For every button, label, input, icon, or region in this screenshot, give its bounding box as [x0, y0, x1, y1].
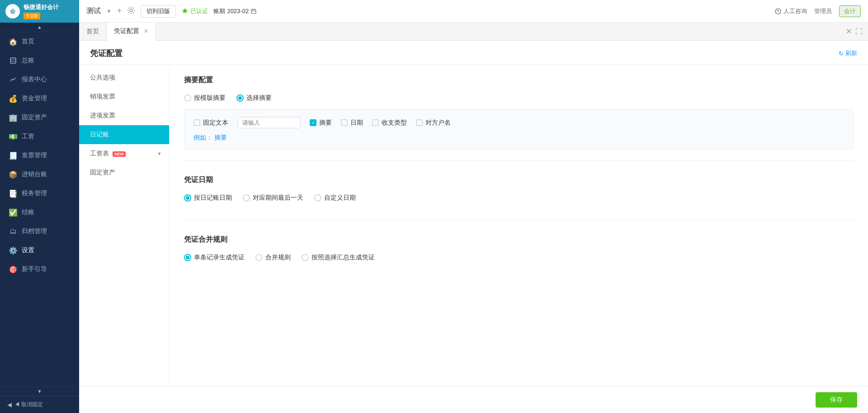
sidebar-item-archive[interactable]: 🗂 归档管理	[0, 222, 79, 241]
topbar: 测试 ▼ + 切到旧版 已认证 账期 2023-02 人工咨询 管理员	[79, 0, 868, 23]
sidebar-collapse-btn[interactable]: ◀ ◀ 取消固定	[0, 396, 79, 413]
nav-item-output-invoice[interactable]: 销项发票	[79, 87, 169, 106]
sidebar-item-ledger[interactable]: 总账	[0, 51, 79, 70]
tab-home[interactable]: 首页	[79, 23, 107, 41]
checkbox-box-fixed	[193, 119, 200, 126]
merge-radio-group: 单条记录生成凭证 合并规则 按照选择汇总生成凭证	[184, 253, 854, 262]
radio-merge-rule[interactable]: 合并规则	[255, 253, 291, 262]
svg-rect-4	[251, 9, 256, 14]
nav-item-payroll[interactable]: 工资表 NEW ▼	[79, 144, 169, 163]
sidebar-item-settings[interactable]: ⚙️ 设置	[0, 241, 79, 260]
nav-item-input-invoice[interactable]: 进项发票	[79, 106, 169, 125]
checkbox-summary[interactable]: 摘要	[310, 119, 332, 127]
role-btn[interactable]: 会计	[839, 5, 861, 17]
sidebar-item-guide[interactable]: 🎯 新手引导	[0, 260, 79, 279]
svg-point-9	[778, 12, 778, 13]
logo-icon: 会	[5, 4, 20, 19]
expand-arrow-icon[interactable]: ▼	[157, 151, 162, 156]
topbar-settings-icon[interactable]	[127, 6, 135, 16]
summary-config-box: 固定文本 摘要 日期	[184, 109, 854, 150]
example-text: 例如： 摘要	[193, 134, 844, 142]
invoice-icon: 🧾	[9, 151, 17, 160]
sidebar-item-salary[interactable]: 💵 工资	[0, 127, 79, 146]
radio-circle-merge	[255, 254, 263, 261]
checkbox-box-date	[341, 119, 348, 126]
fixed-text-input[interactable]	[237, 117, 301, 128]
refresh-btn[interactable]: ↻ 刷新	[839, 49, 857, 57]
sidebar-item-home[interactable]: 🏠 首页	[0, 32, 79, 51]
sidebar-item-reports[interactable]: 报表中心	[0, 70, 79, 89]
sidebar: 会 畅捷通好会计 专业版 ▲ 🏠 首页 总账	[0, 0, 79, 413]
logo-text: 畅捷通好会计 专业版	[24, 3, 59, 19]
assets-icon: 🏢	[9, 113, 17, 122]
archive-icon: 🗂	[9, 227, 17, 235]
radio-circle-aggregate	[302, 254, 309, 261]
close-window-btn[interactable]: ✕	[846, 27, 852, 36]
sidebar-item-trade[interactable]: 📦 进销台账	[0, 165, 79, 184]
tab-close-btn[interactable]: ✕	[144, 28, 148, 34]
expand-window-btn[interactable]: ⛶	[855, 28, 863, 36]
switch-version-btn[interactable]: 切到旧版	[141, 5, 176, 18]
sidebar-item-tax[interactable]: 📑 税务管理	[0, 184, 79, 203]
topbar-add-btn[interactable]: +	[117, 6, 122, 16]
checkbox-box-payment	[372, 119, 379, 126]
sidebar-item-assets[interactable]: 🏢 固定资产	[0, 108, 79, 127]
section-summary-config: 摘要配置 按模版摘要 选择摘要	[184, 75, 854, 161]
radio-aggregate[interactable]: 按照选择汇总生成凭证	[302, 253, 375, 262]
sidebar-scroll-down[interactable]: ▼	[37, 389, 42, 394]
sidebar-scroll: 🏠 首页 总账 报表中心 💰 资金管理	[0, 32, 79, 386]
salary-icon: 💵	[9, 132, 17, 141]
summary-config-row: 固定文本 摘要 日期	[193, 117, 844, 128]
content-wrapper: 凭证配置 ↻ 刷新 公共选项 销项发票 进项发票	[79, 41, 868, 413]
nav-item-public[interactable]: 公共选项	[79, 68, 169, 87]
radio-circle-period	[243, 194, 250, 202]
radio-circle-select	[236, 94, 244, 102]
radio-custom-date[interactable]: 自定义日期	[314, 194, 356, 202]
tax-icon: 📑	[9, 189, 17, 197]
ledger-icon	[9, 56, 17, 65]
nav-item-diary[interactable]: 日记账	[79, 125, 169, 144]
radio-circle-single	[184, 254, 191, 261]
save-button[interactable]: 保存	[816, 392, 857, 408]
radio-template-summary[interactable]: 按模版摘要	[184, 94, 226, 102]
refresh-icon: ↻	[839, 50, 844, 57]
sidebar-item-closing[interactable]: ✅ 结账	[0, 203, 79, 222]
tab-window-buttons: ✕ ⛶	[840, 27, 868, 36]
checkbox-date[interactable]: 日期	[341, 119, 363, 127]
tab-voucher-config[interactable]: 凭证配置 ✕	[107, 23, 156, 41]
sidebar-item-invoice[interactable]: 🧾 发票管理	[0, 146, 79, 165]
radio-single-record[interactable]: 单条记录生成凭证	[184, 253, 245, 262]
consult-btn[interactable]: 人工咨询	[774, 7, 807, 15]
merge-config-title: 凭证合并规则	[184, 235, 854, 244]
summary-radio-group: 按模版摘要 选择摘要	[184, 94, 854, 102]
radio-circle-diary-date	[184, 194, 191, 202]
sidebar-scroll-up[interactable]: ▲	[37, 24, 42, 30]
bottom-bar: 保存	[79, 386, 868, 413]
topbar-period: 账期 2023-02	[213, 7, 257, 15]
guide-icon: 🎯	[9, 265, 17, 273]
section-date-config: 凭证日期 按日记账日期 对应期间最后一天	[184, 175, 854, 221]
checkbox-payment-type[interactable]: 收支类型	[372, 119, 407, 127]
nav-item-fixed-assets[interactable]: 固定资产	[79, 163, 169, 182]
date-radio-group: 按日记账日期 对应期间最后一天 自定义日期	[184, 194, 854, 202]
radio-period-last-day[interactable]: 对应期间最后一天	[243, 194, 303, 202]
sidebar-item-funds[interactable]: 💰 资金管理	[0, 89, 79, 108]
certified-badge: 已认证	[181, 7, 208, 15]
topbar-right: 人工咨询 管理员 会计	[774, 5, 861, 17]
page-header: 凭证配置 ↻ 刷新	[79, 41, 868, 65]
checkbox-fixed-text[interactable]: 固定文本	[193, 119, 228, 127]
svg-point-3	[130, 9, 132, 12]
checkbox-counterpart[interactable]: 对方户名	[416, 119, 451, 127]
settings-icon: ⚙️	[9, 246, 17, 254]
svg-rect-0	[10, 58, 16, 63]
page-title: 凭证配置	[90, 48, 123, 59]
radio-circle-template	[184, 94, 191, 102]
date-config-title: 凭证日期	[184, 175, 854, 185]
radio-diary-date[interactable]: 按日记账日期	[184, 194, 232, 202]
radio-circle-custom	[314, 194, 321, 202]
main-area: 测试 ▼ + 切到旧版 已认证 账期 2023-02 人工咨询 管理员	[79, 0, 868, 413]
collapse-icon: ◀	[7, 401, 12, 408]
funds-icon: 💰	[9, 94, 17, 103]
topbar-dropdown-arrow[interactable]: ▼	[106, 8, 112, 14]
radio-select-summary[interactable]: 选择摘要	[236, 94, 272, 102]
